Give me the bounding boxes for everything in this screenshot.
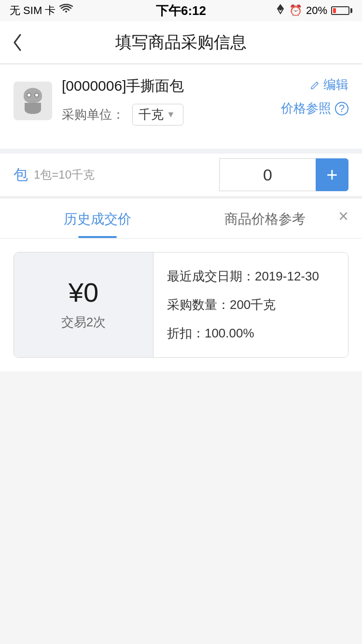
price-card-left: ¥0 交易2次: [14, 252, 153, 357]
price-ref-right: 编辑 价格参照 ?: [281, 76, 348, 117]
owl-body: [25, 103, 41, 114]
discount-row: 折扣：100.00%: [167, 324, 334, 343]
edit-button[interactable]: 编辑: [310, 76, 348, 93]
quantity-hint: 1包=10千克: [34, 167, 95, 182]
owl-eye-left: [27, 93, 31, 98]
purchase-qty-row: 采购数量：200千克: [167, 295, 334, 314]
help-icon: ?: [335, 102, 348, 115]
recent-date-row: 最近成交日期：2019-12-30: [167, 267, 334, 286]
battery-percent: 20%: [306, 4, 327, 17]
status-right: ⏰ 20%: [276, 4, 352, 17]
unit-dropdown-arrow: ▼: [167, 110, 175, 120]
back-button[interactable]: [12, 33, 23, 52]
recent-date-label: 最近成交日期：: [167, 269, 255, 283]
currency-symbol: ¥: [69, 277, 84, 308]
price-card: ¥0 交易2次 最近成交日期：2019-12-30 采购数量：200千克 折扣：…: [14, 252, 348, 358]
price-reference-button[interactable]: 价格参照 ?: [281, 100, 348, 117]
unit-select[interactable]: 千克 ▼: [132, 104, 183, 126]
tab-history-label: 历史成交价: [64, 210, 131, 238]
status-time: 下午6:12: [156, 2, 206, 19]
recent-date-value: 2019-12-30: [255, 269, 319, 283]
tab-product-ref-label: 商品价格参考: [224, 210, 306, 238]
status-left: 无 SIM 卡: [10, 3, 73, 18]
tabs-section: 历史成交价 商品价格参考 × ¥0 交易2次 最近成交日期：2019-12-30…: [0, 198, 362, 371]
tab-history-price[interactable]: 历史成交价: [14, 198, 181, 238]
tab-active-indicator: [78, 236, 117, 238]
battery-icon: [331, 6, 352, 15]
quantity-input[interactable]: 0: [219, 158, 316, 191]
product-logo: [14, 82, 52, 120]
price-ref-label: 价格参照: [281, 100, 331, 117]
location-icon: [276, 4, 285, 17]
section-divider: [0, 149, 362, 154]
discount-label: 折扣：: [167, 326, 205, 340]
price-trades: 交易2次: [61, 314, 106, 331]
purchase-qty-label: 采购数量：: [167, 297, 230, 312]
history-price-content: ¥0 交易2次 最近成交日期：2019-12-30 采购数量：200千克 折扣：…: [0, 238, 362, 371]
product-info: [0000006]手撕面包 采购单位： 千克 ▼: [62, 76, 184, 126]
page-title: 填写商品采购信息: [115, 31, 247, 54]
product-left: [0000006]手撕面包 采购单位： 千克 ▼: [14, 76, 184, 126]
quantity-row: 包 1包=10千克 0 +: [0, 154, 362, 196]
product-name: [0000006]手撕面包: [62, 76, 184, 96]
product-section: [0000006]手撕面包 采购单位： 千克 ▼ 编辑 价格参照: [0, 65, 362, 149]
unit-value: 千克: [139, 106, 164, 123]
quantity-input-group: 0 +: [219, 158, 348, 191]
product-header: [0000006]手撕面包 采购单位： 千克 ▼ 编辑 价格参照: [14, 76, 348, 126]
carrier-text: 无 SIM 卡: [10, 3, 56, 18]
edit-label: 编辑: [323, 76, 348, 93]
nav-bar: 填写商品采购信息: [0, 21, 362, 64]
alarm-icon: ⏰: [289, 4, 302, 17]
wifi-icon: [59, 4, 73, 17]
owl-eye-right: [34, 93, 39, 98]
discount-value: 100.00%: [205, 326, 254, 340]
page-background: [0, 371, 362, 644]
purchase-qty-value: 200千克: [230, 297, 276, 312]
unit-label: 采购单位：: [62, 106, 125, 123]
owl-icon: [20, 88, 46, 114]
quantity-plus-button[interactable]: +: [316, 158, 348, 191]
product-unit-row: 采购单位： 千克 ▼: [62, 104, 184, 126]
price-amount: ¥0: [69, 279, 98, 306]
quantity-unit-badge: 包: [14, 165, 28, 185]
price-card-right: 最近成交日期：2019-12-30 采购数量：200千克 折扣：100.00%: [153, 252, 348, 357]
tabs-close-button[interactable]: ×: [338, 206, 348, 230]
status-bar: 无 SIM 卡 下午6:12 ⏰ 20%: [0, 0, 362, 21]
amount-number: 0: [84, 277, 98, 308]
quantity-label-group: 包 1包=10千克: [14, 165, 95, 185]
tabs-header: 历史成交价 商品价格参考 ×: [0, 198, 362, 238]
tab-product-price-ref[interactable]: 商品价格参考: [181, 198, 348, 238]
